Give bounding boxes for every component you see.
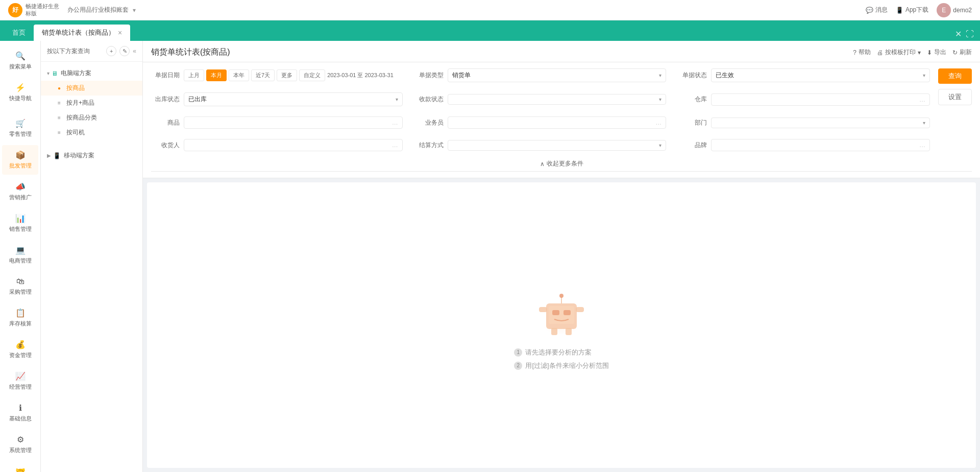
window-fullscreen-button[interactable]: ⛶ (964, 28, 976, 41)
warehouse-dots[interactable]: … (919, 96, 925, 103)
filter-row-4: 收货人 … 结算方式 ▾ (151, 139, 930, 151)
marketing-icon: 📣 (15, 182, 26, 192)
download-icon: 📱 (896, 7, 903, 14)
sidebar-item-purchase[interactable]: 🛍 采购管理 (2, 272, 38, 301)
topbar-left: 好 畅捷通好生意 标版 办公用品行业模拟账套 ▾ (8, 3, 136, 17)
window-close-button[interactable]: ✕ (953, 27, 964, 41)
date-btn-this-month[interactable]: 本月 (206, 69, 227, 81)
help-button[interactable]: ? 帮助 (853, 48, 871, 57)
collapse-bar[interactable]: ∧ 收起更多条件 (151, 156, 972, 172)
empty-step-1: 1 请先选择要分析的方案 (514, 348, 608, 357)
user-menu[interactable]: E demo2 (937, 3, 972, 17)
scheme-panel: 按以下方案查询 + ✎ « ▾ 🖥 电脑端方案 ● 按商品 ≡ (41, 41, 143, 472)
collapse-icon: ∧ (540, 160, 545, 168)
tab-close-button[interactable]: × (118, 29, 122, 36)
svg-rect-4 (564, 310, 571, 315)
scheme-item-by-goods[interactable]: ● 按商品 (41, 81, 142, 96)
tabs-bar: 首页 销货单统计表（按商品） × ✕ ⛶ (0, 20, 980, 41)
mobile-icon: 📱 (53, 152, 61, 159)
sidebar-item-operations[interactable]: 📈 经营管理 (2, 366, 38, 396)
dept-select[interactable]: ▾ (711, 117, 930, 128)
page-title: 销货单统计表(按商品) (151, 47, 230, 58)
date-btn-7days[interactable]: 近7天 (251, 69, 275, 81)
salesperson-input[interactable]: … (448, 116, 667, 129)
doc-type-select[interactable]: 销货单 ▾ (448, 68, 667, 82)
settings-button[interactable]: 设置 (938, 89, 972, 105)
out-status-select[interactable]: 已出库 ▾ (184, 92, 403, 106)
filter-out-status: 出库状态 已出库 ▾ (151, 92, 403, 106)
edit-scheme-button[interactable]: ✎ (119, 46, 130, 56)
wholesale-icon: 📦 (15, 150, 26, 160)
date-btn-custom[interactable]: 自定义 (299, 69, 325, 81)
enterprise-icon: 🤝 (15, 466, 26, 472)
refresh-icon: ↻ (952, 49, 958, 56)
page-header: 销货单统计表(按商品) ? 帮助 🖨 按模板打印 ▾ ⬇ 导出 (143, 41, 980, 62)
receiver-input[interactable]: … (184, 139, 403, 151)
scheme-panel-header: 按以下方案查询 + ✎ « (41, 41, 142, 62)
sidebar-item-enterprise[interactable]: 🤝 企业协同 (2, 461, 38, 472)
desktop-icon: 🖥 (52, 70, 58, 77)
tab-active[interactable]: 销货单统计表（按商品） × (34, 25, 130, 41)
sales-icon: 📊 (15, 214, 26, 223)
query-button[interactable]: 查询 (938, 68, 972, 84)
date-btn-this-year[interactable]: 本年 (229, 69, 249, 81)
receiver-dots[interactable]: … (392, 141, 398, 149)
message-button[interactable]: 💬 消息 (866, 6, 888, 14)
goods-dots[interactable]: … (392, 119, 398, 126)
scheme-group-desktop: ▾ 🖥 电脑端方案 ● 按商品 ≡ 按月+商品 ≡ 按商品分类 ≡ (41, 62, 142, 144)
empty-illustration (531, 280, 592, 342)
doc-type-arrow: ▾ (659, 73, 662, 78)
search-icon: 🔍 (15, 51, 26, 61)
results-area: 1 请先选择要分析的方案 2 用[过滤]条件来缩小分析范围 (147, 182, 976, 468)
sidebar-item-inventory[interactable]: 📋 库存核算 (2, 303, 38, 333)
date-btn-more[interactable]: 更多 (277, 69, 297, 81)
print-button[interactable]: 🖨 按模板打印 ▾ (877, 48, 921, 57)
scheme-group-desktop-header[interactable]: ▾ 🖥 电脑端方案 (41, 66, 142, 81)
warehouse-input[interactable]: … (711, 93, 930, 106)
scheme-item-goods-category[interactable]: ≡ 按商品分类 (41, 110, 142, 125)
help-icon: ? (853, 49, 856, 56)
sidebar-item-retail[interactable]: 🛒 零售管理 (2, 113, 38, 143)
sidebar-item-quick-nav[interactable]: ⚡ 快捷导航 (2, 78, 38, 107)
scheme-item-month-goods[interactable]: ≡ 按月+商品 (41, 96, 142, 110)
refresh-button[interactable]: ↻ 刷新 (952, 48, 972, 57)
sidebar-item-ecommerce[interactable]: 💻 电商管理 (2, 240, 38, 270)
filter-salesperson: 业务员 … (415, 116, 667, 129)
doc-status-arrow: ▾ (923, 73, 925, 78)
dropdown-arrow-appname[interactable]: ▾ (133, 7, 136, 14)
sidebar-item-sales[interactable]: 📊 销售管理 (2, 208, 38, 238)
tab-home[interactable]: 首页 (4, 25, 34, 41)
sidebar-item-finance[interactable]: 💰 资金管理 (2, 335, 38, 364)
scheme-item-driver[interactable]: ≡ 按司机 (41, 125, 142, 140)
sidebar-item-search[interactable]: 🔍 搜索菜单 (2, 46, 38, 76)
content-area: 按以下方案查询 + ✎ « ▾ 🖥 电脑端方案 ● 按商品 ≡ (41, 41, 980, 472)
brand-input[interactable]: … (711, 139, 930, 151)
date-btn-last-month[interactable]: 上月 (184, 69, 204, 81)
scheme-group-mobile-header[interactable]: ▶ 📱 移动端方案 (41, 148, 142, 163)
list-icon-2: ≡ (55, 114, 63, 122)
sidebar-item-system[interactable]: ⚙ 系统管理 (2, 430, 38, 459)
brand-dots[interactable]: … (919, 141, 925, 149)
panel-collapse-button[interactable]: « (133, 48, 136, 55)
print-dropdown-arrow[interactable]: ▾ (918, 49, 921, 56)
filter-doc-status: 单据状态 已生效 ▾ (678, 68, 930, 82)
filter-warehouse: 仓库 … (678, 93, 930, 106)
settlement-select[interactable]: ▾ (448, 140, 667, 151)
app-download-button[interactable]: 📱 App下载 (896, 6, 928, 14)
logo-area: 好 畅捷通好生意 标版 (8, 3, 59, 17)
operations-icon: 📈 (15, 371, 26, 381)
doc-status-select[interactable]: 已生效 ▾ (711, 68, 930, 82)
goods-input[interactable]: … (184, 116, 403, 129)
salesperson-dots[interactable]: … (655, 119, 662, 126)
quick-nav-icon: ⚡ (15, 83, 26, 92)
sidebar-item-wholesale[interactable]: 📦 批发管理 (2, 145, 38, 175)
sidebar-item-marketing[interactable]: 📣 营销推广 (2, 177, 38, 206)
export-button[interactable]: ⬇ 导出 (927, 48, 946, 57)
filter-date: 单据日期 上月 本月 本年 近7天 更多 自定义 2023-03-01 至 20… (151, 69, 403, 81)
list-icon-1: ≡ (55, 99, 63, 107)
sidebar-item-basic-info[interactable]: ℹ 基础信息 (2, 398, 38, 428)
avatar: E (937, 3, 951, 17)
add-scheme-button[interactable]: + (106, 46, 116, 56)
scheme-group-mobile: ▶ 📱 移动端方案 (41, 144, 142, 167)
payment-status-select[interactable]: ▾ (448, 94, 667, 105)
